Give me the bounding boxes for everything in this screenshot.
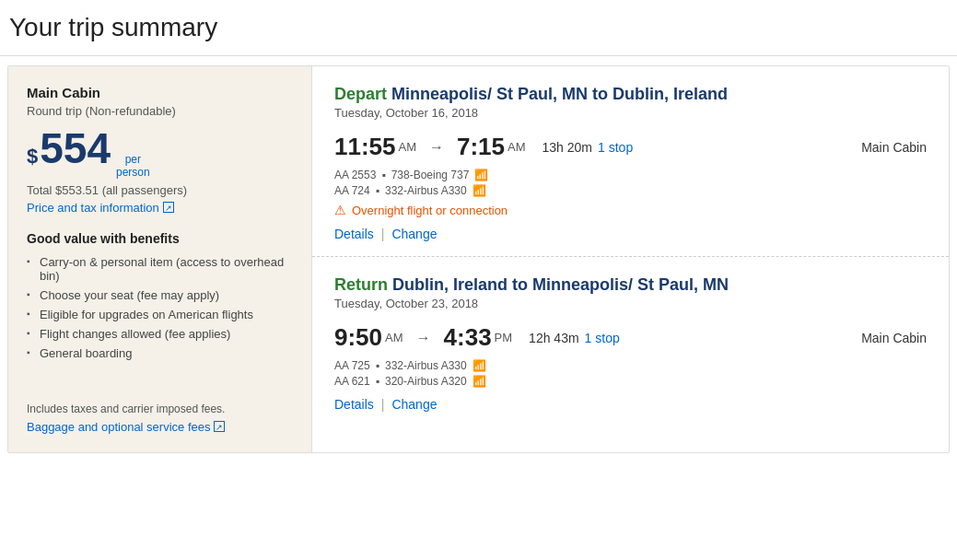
return-duration: 12h 43m xyxy=(529,331,578,345)
arrow-icon-2: → xyxy=(416,330,431,346)
return-segment: Return Dublin, Ireland to Minneapolis/ S… xyxy=(312,257,949,426)
return-flight-code-2: AA 621 xyxy=(334,375,370,388)
return-depart-time: 9:50 xyxy=(334,323,382,352)
return-date: Tuesday, October 23, 2018 xyxy=(334,297,927,310)
dot-sep: ▪ xyxy=(381,169,385,181)
total-price: Total $553.51 (all passengers) xyxy=(27,183,293,197)
overnight-warning: ⚠ Overnight flight or connection xyxy=(334,203,927,217)
dot-sep-2: ▪ xyxy=(376,184,379,197)
dollar-sign: $ xyxy=(27,145,38,169)
duration: 13h 20m xyxy=(543,140,592,155)
depart-times: 11:55 AM → 7:15 AM 13h 20m 1 stop Main C… xyxy=(334,133,927,161)
stops-link[interactable]: 1 stop xyxy=(598,140,633,155)
return-arrive-time: 4:33 xyxy=(444,323,492,352)
trip-summary-card: Main Cabin Round trip (Non-refundable) $… xyxy=(7,65,950,453)
benefits-list: Carry-on & personal item (access to over… xyxy=(27,255,293,366)
benefit-item: Flight changes allowed (fee applies) xyxy=(27,327,293,341)
return-change-link[interactable]: Change xyxy=(391,397,437,412)
overnight-text: Overnight flight or connection xyxy=(352,204,508,217)
external-link-icon: ↗ xyxy=(163,202,174,213)
flight-code-2: AA 724 xyxy=(334,184,370,197)
cabin-label: Main Cabin xyxy=(27,85,293,100)
flight-code-1: AA 2553 xyxy=(334,169,376,181)
depart-route-text: Minneapolis/ St Paul, MN to Dublin, Irel… xyxy=(391,85,728,103)
warning-icon: ⚠ xyxy=(334,203,346,217)
benefit-item: Carry-on & personal item (access to over… xyxy=(27,255,293,283)
wifi-icon-4: 📶 xyxy=(473,375,486,388)
wifi-icon-3: 📶 xyxy=(473,359,486,372)
dot-sep-4: ▪ xyxy=(376,375,379,388)
page-title: Your trip summary xyxy=(0,0,957,56)
return-route-text: Dublin, Ireland to Minneapolis/ St Paul,… xyxy=(392,275,729,294)
aircraft-1: 738-Boeing 737 xyxy=(391,169,470,181)
trip-type: Round trip (Non-refundable) xyxy=(27,104,293,118)
right-panel: Depart Minneapolis/ St Paul, MN to Dubli… xyxy=(312,66,949,452)
left-panel: Main Cabin Round trip (Non-refundable) $… xyxy=(8,66,312,452)
return-depart-ampm: AM xyxy=(385,331,403,344)
baggage-link[interactable]: Baggage and optional service fees ↗ xyxy=(27,420,225,434)
footer-note: Includes taxes and carrier imposed fees. xyxy=(27,402,293,415)
return-aircraft-1: 332-Airbus A330 xyxy=(385,359,467,372)
cabin-type: Main Cabin xyxy=(861,140,927,155)
flight-info-2: AA 724 ▪ 332-Airbus A330 📶 xyxy=(334,184,927,197)
return-arrive-ampm: PM xyxy=(495,331,513,344)
external-link-icon-2: ↗ xyxy=(214,421,225,432)
return-title: Return Dublin, Ireland to Minneapolis/ S… xyxy=(334,275,927,295)
benefit-item: Eligible for upgrades on American flight… xyxy=(27,308,293,321)
arrive-time: 7:15 xyxy=(457,133,505,161)
return-aircraft-2: 320-Airbus A320 xyxy=(385,375,467,388)
return-cabin-type: Main Cabin xyxy=(861,331,927,345)
action-divider-2: | xyxy=(381,397,385,412)
benefit-item: Choose your seat (fee may apply) xyxy=(27,288,293,302)
depart-change-link[interactable]: Change xyxy=(391,227,437,241)
arrive-ampm: AM xyxy=(508,140,526,154)
price-amount: 554 xyxy=(40,127,111,169)
depart-segment: Depart Minneapolis/ St Paul, MN to Dubli… xyxy=(312,66,949,257)
return-stops-link[interactable]: 1 stop xyxy=(585,331,620,345)
action-divider: | xyxy=(381,227,385,241)
arrow-icon: → xyxy=(429,139,444,156)
return-flight-code-1: AA 725 xyxy=(334,359,370,372)
per-person-label: perperson xyxy=(116,153,150,180)
price-tax-link[interactable]: Price and tax information ↗ xyxy=(27,201,293,215)
depart-actions: Details | Change xyxy=(334,227,927,241)
benefits-title: Good value with benefits xyxy=(27,231,293,246)
return-flight-info-1: AA 725 ▪ 332-Airbus A330 📶 xyxy=(334,359,927,372)
dot-sep-3: ▪ xyxy=(376,359,379,372)
depart-details-link[interactable]: Details xyxy=(334,227,374,241)
return-times: 9:50 AM → 4:33 PM 12h 43m 1 stop Main Ca… xyxy=(334,323,927,352)
price-row: $ 554 perperson xyxy=(27,127,293,180)
return-word: Return xyxy=(334,275,388,294)
aircraft-2: 332-Airbus A330 xyxy=(385,184,467,197)
flight-info-1: AA 2553 ▪ 738-Boeing 737 📶 xyxy=(334,169,927,181)
return-details-link[interactable]: Details xyxy=(334,397,374,412)
benefit-item: General boarding xyxy=(27,346,293,360)
depart-time: 11:55 xyxy=(334,133,396,161)
wifi-icon-1: 📶 xyxy=(474,169,488,181)
return-actions: Details | Change xyxy=(334,397,927,412)
depart-date: Tuesday, October 16, 2018 xyxy=(334,106,927,120)
left-footer: Includes taxes and carrier imposed fees.… xyxy=(27,384,293,434)
wifi-icon-2: 📶 xyxy=(473,184,486,197)
depart-word: Depart xyxy=(334,85,387,103)
return-flight-info-2: AA 621 ▪ 320-Airbus A320 📶 xyxy=(334,375,927,388)
depart-title: Depart Minneapolis/ St Paul, MN to Dubli… xyxy=(334,85,927,104)
depart-ampm: AM xyxy=(399,140,417,154)
